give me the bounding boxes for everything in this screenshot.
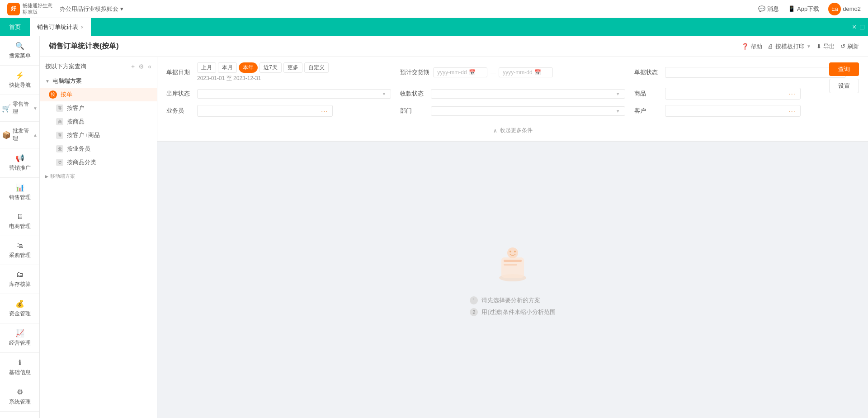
breadcrumb[interactable]: 办公用品行业模拟账套 ▾ [60, 5, 123, 13]
sidebar-item-inventory[interactable]: 🗂 库存核算 [0, 265, 39, 294]
sidebar-item-sales[interactable]: 📊 销售管理 [0, 178, 39, 207]
system-icon: ⚙ [17, 388, 23, 396]
salesperson-input[interactable]: ··· [197, 105, 333, 117]
left-panel-title: 按以下方案查询 [45, 62, 86, 71]
sidebar-item-collab[interactable]: 🤝 企业协同 [0, 412, 39, 418]
search-icon: 🔍 [15, 42, 24, 50]
help-button[interactable]: ❓ 帮助 [741, 43, 762, 51]
collection-caret-icon: ▼ [616, 91, 620, 96]
scheme-by-customer-goods[interactable]: 客 按客户+商品 [40, 128, 157, 142]
collapse-panel-icon[interactable]: « [148, 63, 151, 70]
logo-icon: 好 [7, 3, 20, 15]
department-select[interactable]: ▼ [431, 106, 625, 116]
sidebar-item-ecommerce[interactable]: 🖥 电商管理 [0, 207, 39, 236]
add-scheme-icon[interactable]: + [131, 63, 135, 70]
settings-scheme-icon[interactable]: ⚙ [138, 63, 144, 70]
collapse-row: ∧ 收起更多条件 [157, 120, 868, 141]
filter-bill-date: 单据日期 上月 本月 本年 近7天 更多 自定义 20 [166, 62, 391, 82]
expected-date-end[interactable]: yyyy-mm-dd 📅 [499, 67, 553, 77]
date-btn-more[interactable]: 更多 [283, 62, 302, 73]
sidebar-item-operations[interactable]: 📈 经营管理 [0, 323, 39, 353]
scheme-by-customer[interactable]: 客 按客户 [40, 101, 157, 115]
svg-point-5 [509, 251, 511, 252]
scheme-by-goods[interactable]: 商 按商品 [40, 115, 157, 128]
app-download-button[interactable]: 📱 App下载 [788, 5, 819, 13]
user-menu[interactable]: Ea demo2 [828, 3, 861, 15]
breadcrumb-arrow-icon: ▾ [120, 5, 123, 12]
inventory-icon: 🗂 [16, 271, 24, 279]
logo-text: 畅捷通好生意 标准版 [23, 3, 52, 14]
sidebar-item-retail[interactable]: 🛒 零售管理 ▼ [0, 95, 39, 122]
date-btn-7days[interactable]: 近7天 [259, 62, 282, 73]
refresh-button[interactable]: ↺ 刷新 [840, 43, 859, 51]
pc-section[interactable]: ▼ 电脑端方案 [40, 74, 157, 88]
svg-rect-2 [504, 260, 522, 262]
department-caret-icon: ▼ [616, 109, 620, 114]
mobile-section[interactable]: ▶ 移动端方案 [40, 169, 157, 181]
sidebar: 🔍 搜索菜单 ⚡ 快捷导航 🛒 零售管理 ▼ 📦 批发管理 ▲ 📢 营销推广 📊… [0, 36, 40, 418]
date-placeholder-2: yyyy-mm-dd [503, 69, 532, 76]
sidebar-item-quicknav[interactable]: ⚡ 快捷导航 [0, 66, 39, 95]
help-icon: ❓ [741, 43, 749, 50]
export-icon: ⬇ [816, 43, 821, 50]
tab-sales-order-stats[interactable]: 销售订单统计表 × [30, 18, 91, 36]
date-btn-thismonth[interactable]: 本月 [218, 62, 237, 73]
filter-goods: 商品 ··· [634, 88, 859, 100]
empty-step-2: 2 用[过滤]条件来缩小分析范围 [470, 308, 555, 316]
tab-home[interactable]: 首页 [0, 18, 30, 36]
export-button[interactable]: ⬇ 导出 [816, 43, 835, 51]
top-bar-right: 💬 消息 📱 App下载 Ea demo2 [758, 3, 861, 15]
sidebar-item-basicinfo[interactable]: ℹ 基础信息 [0, 353, 39, 382]
sidebar-item-system[interactable]: ⚙ 系统管理 [0, 382, 39, 412]
goods-input[interactable]: ··· [665, 88, 801, 100]
date-btn-thisyear[interactable]: 本年 [239, 62, 258, 73]
print-button[interactable]: 🖨 按模板打印 ▼ [768, 43, 811, 51]
refresh-icon: ↺ [840, 43, 845, 50]
message-button[interactable]: 💬 消息 [758, 5, 779, 13]
date-btn-custom[interactable]: 自定义 [304, 62, 329, 73]
scheme-by-salesperson[interactable]: 业 按业务员 [40, 142, 157, 156]
top-bar: 好 畅捷通好生意 标准版 办公用品行业模拟账套 ▾ 💬 消息 📱 App下载 E… [0, 0, 868, 18]
scheme-by-customer-icon: 客 [56, 104, 63, 112]
sidebar-item-wholesale[interactable]: 📦 批发管理 ▲ [0, 122, 39, 148]
wholesale-arrow-icon: ▲ [33, 133, 38, 138]
window-close-icon[interactable]: × [852, 23, 856, 31]
scheme-by-goods-icon: 商 [56, 118, 63, 125]
dispatch-status-select[interactable]: ▼ [197, 89, 391, 99]
sidebar-item-search[interactable]: 🔍 搜索菜单 [0, 36, 39, 66]
pc-section-label: 电脑端方案 [52, 77, 82, 85]
collapse-icon: ∧ [493, 128, 497, 134]
quicknav-icon: ⚡ [15, 71, 24, 80]
date-range-display: 2023-01-01 至 2023-12-31 [197, 75, 329, 82]
svg-rect-3 [504, 264, 517, 266]
empty-step-1: 1 请先选择要分析的方案 [470, 296, 555, 304]
message-icon: 💬 [758, 5, 765, 12]
scheme-by-category[interactable]: 类 按商品分类 [40, 156, 157, 169]
main-content: 单据日期 上月 本月 本年 近7天 更多 自定义 20 [157, 57, 868, 418]
customer-dots-icon: ··· [789, 107, 796, 114]
window-maximize-icon[interactable]: □ [860, 23, 864, 31]
calendar-start-icon: 📅 [469, 69, 476, 76]
collection-status-select[interactable]: ▼ [431, 89, 625, 99]
main-layout: 🔍 搜索菜单 ⚡ 快捷导航 🛒 零售管理 ▼ 📦 批发管理 ▲ 📢 营销推广 📊… [0, 36, 868, 418]
dispatch-caret-icon: ▼ [382, 91, 386, 96]
tab-close-icon[interactable]: × [81, 25, 84, 30]
bill-status-select[interactable]: ··· ▼ [665, 67, 846, 78]
date-placeholder-1: yyyy-mm-dd [437, 69, 467, 76]
expected-date-start[interactable]: yyyy-mm-dd 📅 [433, 67, 487, 77]
settings-button[interactable]: 设置 [829, 79, 859, 93]
sidebar-item-finance[interactable]: 💰 资金管理 [0, 294, 39, 323]
customer-input[interactable]: ··· [665, 105, 801, 117]
retail-icon: 🛒 [2, 104, 11, 113]
collapse-button[interactable]: ∧ 收起更多条件 [491, 124, 535, 137]
inner-layout: 按以下方案查询 + ⚙ « ▼ 电脑端方案 按 按单 客 [40, 57, 868, 418]
query-button[interactable]: 查询 [829, 62, 859, 76]
date-btn-lastmonth[interactable]: 上月 [197, 62, 216, 73]
sidebar-item-marketing[interactable]: 📢 营销推广 [0, 148, 39, 178]
scheme-by-cg-icon: 客 [56, 132, 63, 139]
page-header: 销售订单统计表(按单) ❓ 帮助 🖨 按模板打印 ▼ ⬇ 导出 ↺ 刷新 [40, 36, 868, 57]
wholesale-icon: 📦 [2, 131, 11, 139]
scheme-by-order[interactable]: 按 按单 [40, 88, 157, 101]
finance-icon: 💰 [15, 299, 24, 308]
sidebar-item-purchase[interactable]: 🛍 采购管理 [0, 236, 39, 265]
